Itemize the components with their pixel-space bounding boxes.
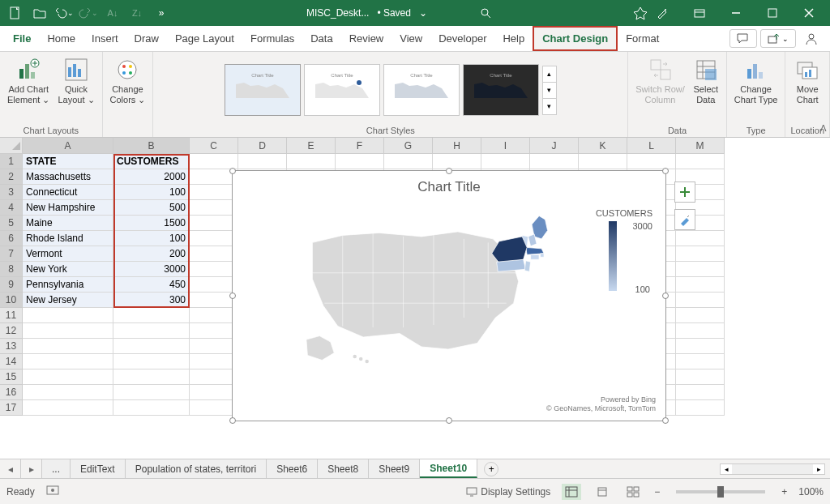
change-chart-type-button[interactable]: Change Chart Type — [732, 55, 781, 106]
style-up-icon[interactable]: ▴ — [542, 66, 557, 83]
cell[interactable] — [190, 216, 238, 231]
column-header[interactable]: B — [113, 138, 190, 154]
cell[interactable]: 1500 — [113, 216, 190, 231]
column-header[interactable]: C — [190, 138, 238, 154]
cell[interactable] — [481, 154, 530, 169]
row-header[interactable]: 4 — [0, 200, 23, 216]
row-header[interactable]: 14 — [0, 354, 23, 369]
saved-status[interactable]: • Saved — [377, 7, 411, 19]
chart-style-4[interactable]: Chart Title — [463, 64, 539, 116]
normal-view-button[interactable] — [562, 484, 581, 500]
cell[interactable] — [23, 323, 113, 339]
column-header[interactable]: G — [384, 138, 433, 154]
cell[interactable] — [190, 369, 238, 385]
cell[interactable] — [676, 262, 725, 277]
cell[interactable] — [113, 323, 190, 339]
row-header[interactable]: 15 — [0, 369, 23, 385]
column-header[interactable]: K — [579, 138, 627, 154]
cell[interactable] — [190, 277, 238, 293]
cell[interactable] — [676, 385, 725, 400]
row-header[interactable]: 1 — [0, 154, 23, 169]
cell[interactable] — [23, 369, 113, 385]
chart-styles-button[interactable] — [674, 209, 695, 230]
chart-elements-button[interactable] — [674, 182, 695, 203]
select-all-corner[interactable] — [0, 138, 23, 154]
cell[interactable]: New Hampshire — [23, 200, 113, 216]
tab-formulas[interactable]: Formulas — [242, 26, 302, 51]
cell[interactable] — [23, 400, 113, 416]
tab-review[interactable]: Review — [341, 26, 392, 51]
resize-handle[interactable] — [229, 168, 236, 174]
sheet-tab-sheet9[interactable]: Sheet9 — [369, 459, 420, 478]
row-header[interactable]: 16 — [0, 385, 23, 400]
new-file-icon[interactable] — [5, 2, 26, 23]
column-header[interactable]: H — [433, 138, 481, 154]
tab-file[interactable]: File — [5, 26, 39, 51]
tab-insert[interactable]: Insert — [83, 26, 126, 51]
row-header[interactable]: 12 — [0, 323, 23, 339]
cell[interactable] — [676, 154, 725, 169]
select-data-button[interactable]: Select Data — [691, 55, 721, 106]
cell[interactable] — [579, 154, 627, 169]
style-gallery-scroll[interactable]: ▴▾▾ — [542, 66, 557, 114]
undo-icon[interactable]: ⌄ — [53, 2, 75, 23]
account-icon[interactable] — [798, 26, 825, 51]
chart-style-gallery[interactable]: Chart Title Chart Title Chart Title Char… — [225, 64, 539, 116]
chart-object[interactable]: Chart Title — [232, 170, 666, 421]
cell[interactable]: 450 — [113, 277, 190, 293]
cell[interactable]: Connecticut — [23, 185, 113, 200]
tab-view[interactable]: View — [391, 26, 430, 51]
row-header[interactable]: 11 — [0, 308, 23, 323]
cell[interactable]: Maine — [23, 216, 113, 231]
open-file-icon[interactable] — [29, 2, 50, 23]
collapse-ribbon-icon[interactable]: ᐱ — [820, 123, 827, 134]
cell[interactable] — [676, 246, 725, 262]
cell[interactable]: 3000 — [113, 262, 190, 277]
cell[interactable] — [190, 185, 238, 200]
row-header[interactable]: 8 — [0, 262, 23, 277]
column-header[interactable]: J — [530, 138, 579, 154]
zoom-slider[interactable] — [676, 490, 765, 493]
tab-developer[interactable]: Developer — [430, 26, 494, 51]
display-settings-button[interactable]: Display Settings — [466, 486, 550, 498]
maximize-button[interactable] — [755, 0, 790, 26]
cell[interactable] — [190, 385, 238, 400]
row-header[interactable]: 5 — [0, 216, 23, 231]
ribbon-mode-icon[interactable] — [682, 0, 717, 26]
column-header[interactable]: L — [627, 138, 676, 154]
cell[interactable] — [190, 354, 238, 369]
cell[interactable] — [190, 400, 238, 416]
cell[interactable] — [627, 154, 676, 169]
premium-icon[interactable] — [630, 2, 651, 23]
sheet-tab-population[interactable]: Population of states, territori — [126, 459, 267, 478]
qat-more-icon[interactable]: » — [151, 2, 172, 23]
cell[interactable] — [190, 308, 238, 323]
row-header[interactable]: 10 — [0, 293, 23, 308]
row-header[interactable]: 3 — [0, 185, 23, 200]
cell[interactable] — [287, 154, 336, 169]
scroll-right-icon[interactable]: ▸ — [813, 465, 824, 473]
page-break-view-button[interactable] — [623, 484, 643, 500]
cell[interactable] — [676, 277, 725, 293]
add-sheet-button[interactable]: + — [484, 462, 498, 476]
change-colors-button[interactable]: Change Colors ⌄ — [108, 55, 148, 106]
column-header[interactable]: D — [238, 138, 287, 154]
cell[interactable] — [238, 154, 287, 169]
tab-page-layout[interactable]: Page Layout — [167, 26, 242, 51]
cell[interactable]: Massachusetts — [23, 169, 113, 185]
cell[interactable] — [113, 308, 190, 323]
cell[interactable] — [23, 308, 113, 323]
cell[interactable]: STATE — [23, 154, 113, 169]
cell[interactable] — [23, 339, 113, 354]
cell[interactable]: CUSTOMERS — [113, 154, 190, 169]
cell[interactable] — [676, 293, 725, 308]
cell[interactable] — [530, 154, 579, 169]
cell[interactable]: 300 — [113, 293, 190, 308]
tab-home[interactable]: Home — [39, 26, 83, 51]
row-header[interactable]: 6 — [0, 231, 23, 246]
style-more-icon[interactable]: ▾ — [542, 98, 557, 115]
cell[interactable] — [676, 339, 725, 354]
sheet-tab-sheet8[interactable]: Sheet8 — [318, 459, 369, 478]
cell[interactable] — [23, 354, 113, 369]
resize-handle[interactable] — [446, 417, 452, 424]
